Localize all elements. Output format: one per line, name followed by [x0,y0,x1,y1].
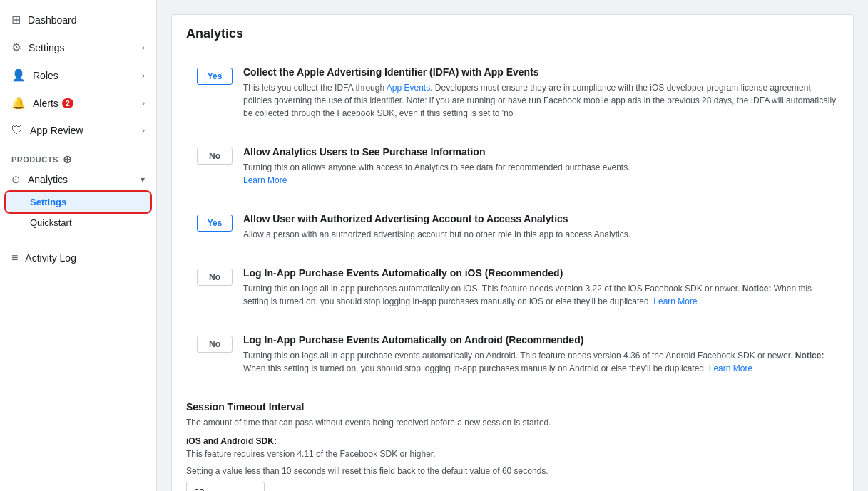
main-content: Analytics Yes Collect the Apple Advertis… [157,0,868,491]
setting-title-idfa: Collect the Apple Advertising Identifier… [243,66,839,78]
chevron-right-icon: › [142,125,145,135]
setting-title-android-purchase: Log In-App Purchase Events Automatically… [243,334,839,346]
session-timeout-section: Session Timeout Interval The amount of t… [172,388,853,491]
circle-check-icon: ⊙ [11,173,21,186]
setting-row-ios-purchase: No Log In-App Purchase Events Automatica… [172,254,853,321]
toggle-btn-purchase-info[interactable]: No [197,148,233,165]
ios-android-desc2: Setting a value less than 10 seconds wil… [186,465,839,477]
setting-content-android-purchase: Log In-App Purchase Events Automatically… [243,334,839,375]
sidebar-item-analytics[interactable]: ⊙ Analytics ▾ [0,167,156,192]
setting-row-authorized-adv: Yes Allow User with Authorized Advertisi… [172,200,853,254]
toggle-btn-android-purchase[interactable]: No [197,336,233,353]
setting-title-authorized-adv: Allow User with Authorized Advertising A… [243,213,839,224]
setting-desc-purchase-info: Turning this on allows anyone with acces… [243,161,839,187]
chevron-right-icon: › [142,98,145,108]
toggle-area-purchase-info: No [186,146,243,165]
ios-android-desc1: This feature requires version 4.11 of th… [186,448,839,460]
sidebar-item-label: Alerts [33,98,58,109]
dashboard-icon: ⊞ [11,13,21,26]
session-timeout-title: Session Timeout Interval [186,401,839,413]
sidebar-item-app-review[interactable]: 🛡 App Review › [0,117,156,144]
setting-desc-ios-purchase: Turning this on logs all in-app purchase… [243,282,839,308]
sidebar-item-dashboard[interactable]: ⊞ Dashboard [0,6,156,33]
chevron-down-icon: ▾ [141,175,145,185]
alerts-badge: 2 [62,98,73,108]
toggle-area-ios-purchase: No [186,267,243,286]
bell-icon: 🔔 [11,96,26,110]
setting-row-android-purchase: No Log In-App Purchase Events Automatica… [172,321,853,388]
setting-content-ios-purchase: Log In-App Purchase Events Automatically… [243,267,839,308]
setting-row-idfa: Yes Collect the Apple Advertising Identi… [172,53,853,133]
app-events-link[interactable]: App Events [387,83,430,93]
sidebar-item-alerts[interactable]: 🔔 Alerts 2 › [0,89,156,117]
sidebar: ⊞ Dashboard ⚙ Settings › 👤 Roles › 🔔 Ale… [0,0,157,491]
setting-content-purchase-info: Allow Analytics Users to See Purchase In… [243,146,839,187]
ios-android-sdk-label: iOS and Android SDK: [186,436,839,446]
setting-row-purchase-info: No Allow Analytics Users to See Purchase… [172,133,853,200]
setting-content-authorized-adv: Allow User with Authorized Advertising A… [243,213,839,241]
sidebar-item-label: Settings [29,42,65,53]
sidebar-item-label: Dashboard [28,14,77,26]
settings-icon: ⚙ [11,41,21,54]
session-timeout-input[interactable] [186,482,265,491]
chevron-right-icon: › [142,43,145,53]
session-timeout-desc: The amount of time that can pass without… [186,416,839,429]
toggle-btn-idfa[interactable]: Yes [197,68,233,85]
roles-icon: 👤 [11,68,26,82]
setting-title-ios-purchase: Log In-App Purchase Events Automatically… [243,267,839,279]
sidebar-item-label: Roles [33,70,58,81]
sub-item-label: Quickstart [30,217,72,228]
sidebar-sub-item-quickstart[interactable]: Quickstart [0,212,156,233]
setting-content-idfa: Collect the Apple Advertising Identifier… [243,66,839,120]
products-section-label: PRODUCTS ⊕ [0,144,156,167]
sidebar-sub-item-settings[interactable]: Settings [6,192,150,212]
toggle-area-idfa: Yes [186,66,243,85]
learn-more-link-android[interactable]: Learn More [709,363,752,373]
toggle-btn-authorized-adv[interactable]: Yes [197,215,233,232]
card-header: Analytics [172,15,853,53]
setting-title-purchase-info: Allow Analytics Users to See Purchase In… [243,146,839,157]
learn-more-link-ios[interactable]: Learn More [653,296,697,306]
setting-desc-idfa: This lets you collect the IDFA through A… [243,81,839,120]
sidebar-item-label: App Review [30,125,83,136]
toggle-area-android-purchase: No [186,334,243,353]
setting-desc-android-purchase: Turning this on logs all in-app purchase… [243,349,839,375]
shield-icon: 🛡 [11,124,23,137]
toggle-area-authorized-adv: Yes [186,213,243,232]
add-product-button[interactable]: ⊕ [63,154,73,165]
chevron-right-icon: › [142,71,145,81]
sidebar-item-activity-log[interactable]: ≡ Activity Log [0,244,156,272]
sidebar-item-settings[interactable]: ⚙ Settings › [0,33,156,61]
learn-more-link-purchase[interactable]: Learn More [243,175,287,185]
setting-desc-authorized-adv: Allow a person with an authorized advert… [243,228,839,241]
sidebar-item-label: Activity Log [25,252,76,264]
page-title: Analytics [186,26,839,41]
sub-item-label: Settings [30,197,66,207]
analytics-label: Analytics [28,174,68,185]
activity-log-icon: ≡ [11,252,18,264]
analytics-settings-card: Analytics Yes Collect the Apple Advertis… [171,14,854,491]
sidebar-item-roles[interactable]: 👤 Roles › [0,61,156,89]
toggle-btn-ios-purchase[interactable]: No [197,269,233,286]
